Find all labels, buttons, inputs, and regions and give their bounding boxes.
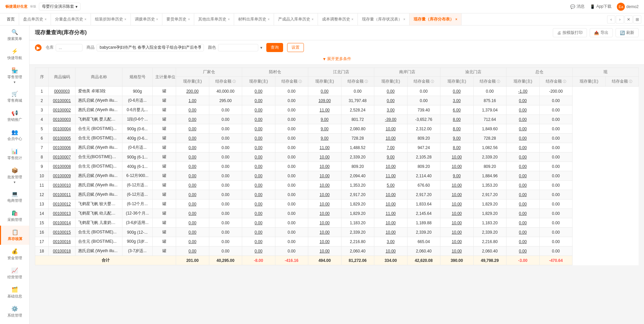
cell-code[interactable]: 00100005 — [49, 134, 75, 143]
sidebar-item-marketing[interactable]: 📢营销推广 — [0, 106, 29, 126]
tab-close-8[interactable]: × — [312, 17, 314, 21]
search-icon: 🔍 — [11, 29, 18, 35]
cell-name: 合生元 (BIOSTIME)... — [75, 134, 122, 143]
expand-more-btn[interactable]: ▼ 展开更多条件 — [322, 56, 351, 62]
sidebar-item-nav[interactable]: ⚡快捷导航 — [0, 45, 29, 64]
sidebar-item-basic[interactable]: 🗂️基础信息 — [0, 283, 29, 302]
tab-item-9[interactable]: 成本调整单历史× — [318, 13, 358, 26]
message-btn[interactable]: 💬 消息 — [570, 4, 585, 9]
app-download-btn[interactable]: 📱 App下载 — [590, 4, 611, 9]
tab-item-11[interactable]: 现存量（库存分布表）× — [410, 13, 462, 26]
tab-expand-btn[interactable]: ⊞ — [633, 15, 641, 24]
cell-code[interactable]: 00100013 — [49, 209, 75, 218]
cell-code[interactable]: 00100010 — [49, 181, 75, 190]
marketing-icon: 📢 — [11, 110, 18, 116]
tab-item-4[interactable]: 调拨单历史× — [131, 13, 163, 26]
sidebar-item-finance[interactable]: 💰资金管理 — [0, 245, 29, 264]
cell-factory-11: 0.00 — [539, 237, 573, 246]
cell-unit: 罐 — [153, 199, 176, 209]
sidebar-item-wholesale[interactable]: 📦批发管理▼ — [0, 164, 29, 187]
top-dropdown[interactable]: 母婴行业演示陈套 ▾ — [39, 3, 80, 10]
cell-code[interactable]: 00100004 — [49, 124, 75, 134]
col-jb-qty: 现存量(主) — [308, 77, 341, 87]
cell-code[interactable]: 00100011 — [49, 190, 75, 199]
cell-factory-7: 665.04 — [407, 237, 440, 246]
cell-unit: 罐 — [153, 246, 176, 256]
cell-factory-6: 7.00 — [374, 143, 408, 152]
cell-code[interactable]: 00100002 — [49, 105, 75, 115]
cell-code[interactable]: 00100006 — [49, 143, 75, 152]
tab-close-6[interactable]: × — [228, 17, 230, 21]
tab-close-5[interactable]: × — [188, 17, 190, 21]
cell-spec: 900g (6-1... — [122, 152, 153, 162]
expand-filter-btn[interactable]: ▶ — [35, 44, 42, 51]
cell-code[interactable]: 00100007 — [49, 152, 75, 162]
sidebar-item-purchase[interactable]: 🛍️采购管理 — [0, 206, 29, 226]
cell-factory-2: 0.00 — [242, 246, 275, 256]
tab-label-7: 材料出库单历史 — [238, 16, 266, 22]
cell-code[interactable]: 00100003 — [49, 115, 75, 124]
cell-code[interactable]: 00100008 — [49, 162, 75, 171]
color-input[interactable] — [218, 44, 258, 51]
tab-close-10[interactable]: × — [404, 17, 406, 21]
sidebar-item-member[interactable]: 👥会员中心 — [0, 126, 29, 145]
tab-close-4[interactable]: × — [156, 17, 158, 21]
tab-item-2[interactable]: 分量盘点单历史× — [51, 13, 91, 26]
cell-code[interactable]: 00100012 — [49, 199, 75, 209]
refresh-btn[interactable]: 🔄 刷新 — [615, 28, 639, 37]
tab-close-1[interactable]: × — [45, 17, 47, 21]
cell-code[interactable]: 00100015 — [49, 228, 75, 237]
sidebar-label-system: 系统管理 — [7, 313, 22, 318]
cell-code[interactable]: 0000003 — [49, 87, 75, 96]
tab-close-9[interactable]: × — [352, 17, 354, 21]
sidebar-item-search[interactable]: 🔍搜索英单 — [0, 26, 29, 45]
tab-item-8[interactable]: 产成品入库单历史× — [274, 13, 318, 26]
cell-code[interactable]: 00100001 — [49, 96, 75, 105]
tab-item-6[interactable]: 其他出库单历史× — [194, 13, 234, 26]
tab-item-5[interactable]: 要货单历史× — [162, 13, 194, 26]
sidebar-item-inventory[interactable]: 📋库存核算 — [0, 226, 29, 245]
message-icon: 💬 — [570, 4, 575, 9]
sidebar-item-shop[interactable]: 🛒零售商城 — [0, 87, 29, 106]
tab-next-btn[interactable]: › — [616, 15, 624, 24]
tab-item-10[interactable]: 现存量（库存状况表）× — [358, 13, 410, 26]
export-btn[interactable]: 📤 导出 — [590, 28, 613, 37]
search-btn[interactable]: 查询 — [266, 43, 283, 52]
cell-factory-2: 0.00 — [242, 209, 275, 218]
cell-code[interactable]: 00100009 — [49, 171, 75, 181]
cell-factory-3: 0.00 — [275, 209, 308, 218]
print-btn[interactable]: 🖨 按模版打印 — [553, 28, 587, 37]
sidebar-item-stat[interactable]: 📊零售统计 — [0, 145, 29, 164]
tab-close-7[interactable]: × — [268, 17, 270, 21]
sidebar-item-ecom[interactable]: 💻电商管理 — [0, 187, 29, 206]
cell-factory-3: 0.00 — [275, 96, 308, 105]
cell-factory-6: 10.00 — [374, 199, 408, 209]
sidebar-item-retail[interactable]: 🏪零售管理▼ — [0, 64, 29, 87]
cell-spec: 6-12月900... — [122, 171, 153, 181]
cell-factory-10: -1.00 — [506, 87, 540, 96]
sum-cell-11: -470.64 — [539, 256, 573, 265]
tab-close-2[interactable]: × — [85, 17, 87, 21]
cell-unit: 罐 — [153, 190, 176, 199]
tab-close-btn[interactable]: ✕ — [625, 15, 633, 24]
sidebar-item-system[interactable]: ⚙️系统管理 — [0, 302, 29, 321]
sidebar-item-corp[interactable]: 🤝企业协同 — [0, 321, 29, 324]
tab-close-3[interactable]: × — [124, 17, 126, 21]
cell-code[interactable]: 00100014 — [49, 218, 75, 228]
cell-code[interactable]: 00100016 — [49, 237, 75, 246]
tab-item-1[interactable]: 盘点单历史× — [19, 13, 51, 26]
cell-factory-11: 0.00 — [539, 181, 573, 190]
tab-item-7[interactable]: 材料出库单历史× — [234, 13, 274, 26]
color-dropdown-icon[interactable]: ▾ — [260, 45, 262, 50]
warehouse-input[interactable] — [56, 44, 83, 51]
cell-code[interactable]: 00100018 — [49, 246, 75, 256]
tab-label-11: 现存量（库存分布表） — [414, 16, 454, 22]
tab-item-3[interactable]: 组装折卸单历史× — [91, 13, 131, 26]
user-avatar[interactable]: Ea demo2 — [617, 3, 639, 11]
product-input[interactable] — [97, 44, 204, 51]
settings-btn[interactable]: 设置 — [287, 43, 304, 52]
tab-close-11[interactable]: × — [455, 17, 457, 21]
tab-item-0[interactable]: 首页 — [3, 13, 19, 26]
tab-prev-btn[interactable]: ‹ — [607, 15, 615, 24]
sidebar-item-ops[interactable]: 📈经营管理 — [0, 264, 29, 283]
